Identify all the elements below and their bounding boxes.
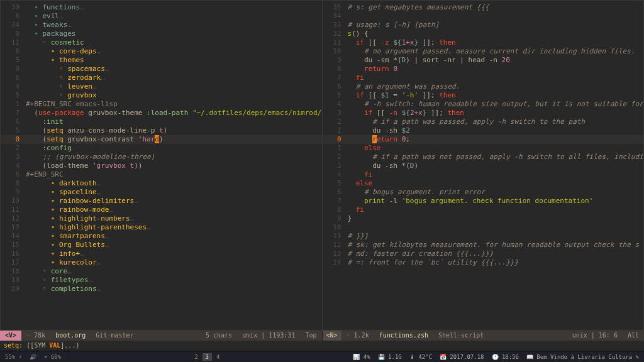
code-line[interactable]: 6 # bogus argument. print error xyxy=(323,188,644,197)
workspace-3[interactable]: 3 xyxy=(203,353,212,361)
eldoc-sig-pre: ([SYM xyxy=(26,342,49,349)
code-line[interactable]: 6#+END_SRC xyxy=(1,170,322,179)
mem-usage: 💾 1.1G xyxy=(378,354,402,360)
encoding-right: unix | 16: 6 xyxy=(567,331,623,341)
code-line[interactable]: 6 :init xyxy=(1,118,322,126)
scroll-pos-left: Top xyxy=(300,331,321,341)
eldoc-fn: setq xyxy=(4,342,19,349)
code-line[interactable]: 7 (use-package gruvbox-theme :load-path … xyxy=(1,109,322,118)
code-line[interactable]: 4 # -h switch: human readable size outpu… xyxy=(323,100,644,109)
temp-indicator: 🌡 42°C xyxy=(409,354,432,360)
left-pane[interactable]: 30 • functions…6 • evil…34 • tweaks…9 • … xyxy=(1,1,323,330)
code-line[interactable]: 33# usage: s [-h] [path] xyxy=(323,21,644,30)
workspace-2[interactable]: 2 xyxy=(191,353,201,361)
code-line[interactable]: 17 • kurecolor… xyxy=(1,258,322,267)
code-line[interactable]: 34 xyxy=(323,12,644,21)
brightness-indicator: ☀ 60% xyxy=(44,354,61,360)
code-line[interactable]: 5 • themes xyxy=(1,56,322,65)
system-taskbar: 55% ⚡ 🔊 ☀ 60% 234 📊 4% 💾 1.1G 🌡 42°C 📅 2… xyxy=(0,351,644,362)
major-mode-right: Shell-script xyxy=(433,331,489,341)
workspace-4[interactable]: 4 xyxy=(213,353,223,361)
code-line[interactable]: 10 # no argument passed. measure current… xyxy=(323,47,644,56)
code-line[interactable]: 30 • functions… xyxy=(1,3,322,12)
modeline: <V> - 78k boot.org Git-master 5 chars un… xyxy=(0,331,644,341)
code-line[interactable]: 8 • darktooth… xyxy=(1,179,322,188)
workspace-switcher[interactable]: 234 xyxy=(191,353,223,361)
vcs-branch: Git-master xyxy=(91,331,138,341)
code-line[interactable]: 6 # an argument was passed. xyxy=(323,82,644,91)
code-line[interactable]: 10 • rainbow-delimiters… xyxy=(1,197,322,206)
code-line[interactable]: 6 ◦ zerodark… xyxy=(1,74,322,82)
code-line[interactable]: 7 print -l 'bogus argument. check functi… xyxy=(323,197,644,206)
code-line[interactable]: 7 fi xyxy=(323,74,644,82)
eldoc-current-arg: VAL xyxy=(49,342,60,349)
code-line[interactable]: 8 return 0 xyxy=(323,65,644,74)
code-line[interactable]: 6 • evil… xyxy=(1,12,322,21)
code-line[interactable]: 6 • core-deps… xyxy=(1,47,322,56)
minibuffer[interactable]: setq: ([SYM VAL]...) xyxy=(0,341,644,351)
code-line[interactable]: 1#+BEGIN_SRC emacs-lisp xyxy=(1,100,322,109)
code-line[interactable]: 14# =: front for the `bc` utility {{{...… xyxy=(323,258,644,267)
code-line[interactable]: 35# s: get megabytes measurement {{{ xyxy=(323,3,644,12)
code-line[interactable]: 11 • rainbow-mode… xyxy=(1,206,322,214)
code-line[interactable]: 9 • spaceline… xyxy=(1,188,322,197)
code-line[interactable]: 14 • smartparens… xyxy=(1,232,322,241)
code-line[interactable]: 1 else xyxy=(323,144,644,153)
code-line[interactable]: 0 (setq gruvbox-contrast 'hard) xyxy=(1,135,322,144)
code-line[interactable]: 32s() { xyxy=(323,30,644,38)
code-line[interactable]: 5 ◦ gruvbox xyxy=(1,91,322,100)
editor-split: 30 • functions…6 • evil…34 • tweaks…9 • … xyxy=(0,0,644,331)
code-line[interactable]: 15 • Org Bullets… xyxy=(1,241,322,250)
code-line[interactable]: 13# md: faster dir creation {{{...}}} xyxy=(323,250,644,258)
code-line[interactable]: 9 • packages xyxy=(1,30,322,38)
code-line[interactable]: 5 if [[ $1 = '-h' ]]; then xyxy=(323,91,644,100)
code-line[interactable]: 4 (load-theme 'gruvbox t)) xyxy=(1,162,322,170)
code-line[interactable]: 5 else xyxy=(323,179,644,188)
code-line[interactable]: 12# sk: get kilobytes measurement. for h… xyxy=(323,241,644,250)
code-line[interactable]: 11 ◦ cosmetic xyxy=(1,38,322,47)
selection-info: 5 chars xyxy=(201,331,237,341)
code-line[interactable]: 11# }}} xyxy=(323,232,644,241)
code-line[interactable]: 13 • highlight-parentheses… xyxy=(1,223,322,232)
code-line[interactable]: 5 (setq anzu-cons-mode-line-p t) xyxy=(1,126,322,135)
code-line[interactable]: 10 xyxy=(323,223,644,232)
code-line[interactable]: 2 # if a path was not passed, apply -h s… xyxy=(323,153,644,162)
right-pane[interactable]: 35# s: get megabytes measurement {{{3433… xyxy=(323,1,644,330)
code-line[interactable]: 20 ◦ completions… xyxy=(1,285,322,293)
code-line[interactable]: 34 • tweaks… xyxy=(1,21,322,30)
tray-notification[interactable]: 📖 Bem Vindo à Livraria Cultura ✎ xyxy=(526,354,639,360)
code-line[interactable]: 4 ◦ leuven… xyxy=(1,82,322,91)
code-line[interactable]: 0 return 0; xyxy=(323,135,644,144)
buffer-name-right: functions.zsh xyxy=(374,331,433,341)
date-indicator: 📅 2017.07.18 xyxy=(440,354,484,360)
code-line[interactable]: 2 :config xyxy=(1,144,322,153)
evil-state-right: <N> xyxy=(323,331,341,341)
code-line[interactable]: 9 ◦ spacemacs… xyxy=(1,65,322,74)
code-line[interactable]: 8 fi xyxy=(323,206,644,214)
code-line[interactable]: 9} xyxy=(323,214,644,223)
code-line[interactable]: 3 if [[ -n ${2+x} ]]; then xyxy=(323,109,644,118)
buffer-size-right: - 1.2k xyxy=(341,331,374,341)
code-line[interactable]: 3 du -sh *(D) xyxy=(323,162,644,170)
battery-indicator: 55% ⚡ xyxy=(5,354,22,360)
cpu-usage: 📊 4% xyxy=(353,354,370,360)
code-line[interactable]: 12 • highlight-numbers… xyxy=(1,214,322,223)
volume-icon: 🔊 xyxy=(30,354,36,360)
code-line[interactable]: 18 ◦ core… xyxy=(1,267,322,276)
code-line[interactable]: 4 fi xyxy=(323,170,644,179)
encoding-left: unix | 1193:31 xyxy=(237,331,300,341)
code-line[interactable]: 11 if [[ -z ${1+x} ]]; then xyxy=(323,38,644,47)
code-line[interactable]: 2 # if a path was passed, apply -h switc… xyxy=(323,118,644,126)
buffer-size-left: - 78k xyxy=(21,331,50,341)
buffer-name-left: boot.org xyxy=(50,331,91,341)
code-line[interactable]: 19 ◦ filetypes… xyxy=(1,276,322,285)
evil-state-left: <V> xyxy=(0,331,21,341)
time-indicator: 🕐 18:56 xyxy=(492,354,519,360)
scroll-pos-right: All xyxy=(623,331,644,341)
code-line[interactable]: 3 ;; (gruvbox-modeline-three) xyxy=(1,153,322,162)
code-line[interactable]: 16 • info+… xyxy=(1,250,322,258)
code-line[interactable]: 9 du -sm *(D) | sort -nr | head -n 20 xyxy=(323,56,644,65)
code-line[interactable]: 1 du -sh $2 xyxy=(323,126,644,135)
eldoc-sig-post: ]...) xyxy=(60,342,79,349)
